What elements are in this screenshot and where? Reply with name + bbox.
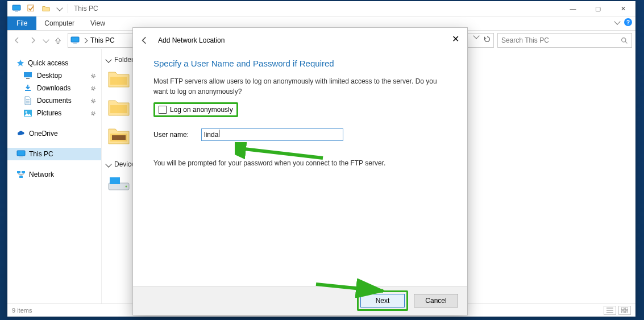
annotation-arrow (235, 142, 326, 165)
chevron-down-icon (105, 56, 111, 63)
search-box[interactable]: Search This PC (497, 33, 632, 48)
cancel-button[interactable]: Cancel (414, 294, 458, 307)
sidebar: Quick access Desktop ✲ Downloads ✲ Docum… (7, 49, 102, 304)
desktop-icon (23, 71, 32, 80)
wizard-heading: Specify a User Name and Password if Requ… (153, 59, 447, 68)
wizard-body-text-1: Most FTP servers allow users to log on a… (153, 76, 447, 97)
annotation-arrow (314, 279, 388, 298)
svg-point-5 (622, 38, 626, 41)
nav-back-button[interactable] (11, 34, 23, 47)
anonymous-checkbox[interactable] (159, 106, 167, 114)
wizard-close-button[interactable]: ✕ (447, 31, 464, 46)
pin-icon: ✲ (89, 71, 98, 80)
onedrive-icon (16, 129, 26, 138)
svg-rect-24 (621, 307, 624, 310)
svg-rect-12 (17, 151, 25, 156)
svg-rect-13 (19, 156, 23, 157)
wizard-titlebar: Add Network Location ✕ (133, 28, 467, 53)
username-input[interactable]: linda (201, 128, 343, 141)
svg-line-29 (316, 284, 383, 291)
titlebar: This PC — ▢ ✕ (7, 1, 635, 16)
wizard-back-button[interactable] (139, 35, 150, 46)
folder-icon (107, 97, 130, 118)
computer-tab[interactable]: Computer (36, 16, 82, 30)
chevron-down-icon (105, 161, 111, 167)
sidebar-item-downloads[interactable]: Downloads ✲ (7, 82, 101, 94)
drive-icon (107, 175, 130, 192)
window-title: This PC (74, 5, 98, 13)
qat-new-folder-icon[interactable] (41, 4, 51, 13)
svg-rect-1 (15, 11, 18, 12)
ribbon-expand-icon[interactable] (614, 18, 620, 24)
wizard-footer: Next Cancel (133, 286, 467, 315)
this-pc-icon (16, 149, 26, 159)
sidebar-onedrive[interactable]: OneDrive (7, 127, 101, 140)
search-icon (621, 37, 628, 44)
svg-point-23 (126, 186, 127, 188)
address-dropdown-icon[interactable] (473, 32, 479, 39)
svg-rect-14 (17, 171, 20, 173)
anonymous-checkbox-highlight: Log on anonymously (153, 102, 238, 117)
nav-history-dropdown[interactable] (43, 36, 49, 43)
address-pc-icon (70, 36, 80, 45)
svg-rect-16 (19, 176, 23, 178)
svg-rect-0 (13, 5, 20, 10)
svg-line-28 (239, 148, 323, 158)
documents-icon (23, 96, 32, 105)
qat-dropdown-icon[interactable] (56, 5, 63, 11)
svg-rect-25 (625, 307, 628, 310)
svg-rect-20 (112, 135, 126, 140)
qat-properties-icon[interactable] (27, 4, 36, 13)
svg-rect-17 (110, 77, 127, 85)
star-icon (16, 59, 24, 67)
file-tab[interactable]: File (7, 16, 36, 30)
view-tab[interactable]: View (82, 16, 113, 30)
view-details-button[interactable] (604, 306, 616, 315)
svg-rect-9 (25, 90, 31, 91)
sidebar-item-documents[interactable]: Documents ✲ (7, 94, 101, 107)
wizard-title-text: Add Network Location (158, 36, 225, 44)
svg-rect-7 (24, 72, 32, 77)
this-pc-icon (12, 4, 21, 13)
svg-line-6 (625, 41, 627, 43)
sidebar-this-pc[interactable]: This PC (7, 148, 101, 160)
close-button[interactable]: ✕ (610, 1, 635, 16)
username-label: User name: (153, 131, 189, 139)
folder-icon (107, 126, 130, 146)
status-count: 9 items (12, 307, 32, 314)
search-placeholder: Search This PC (501, 36, 549, 44)
svg-rect-26 (621, 311, 624, 313)
svg-rect-4 (73, 43, 77, 44)
sidebar-item-desktop[interactable]: Desktop ✲ (7, 69, 101, 82)
view-large-button[interactable] (618, 306, 631, 315)
nav-up-button[interactable] (52, 34, 64, 47)
anonymous-checkbox-label: Log on anonymously (170, 106, 233, 114)
pictures-icon (23, 109, 32, 118)
svg-rect-8 (26, 78, 30, 79)
breadcrumb-separator[interactable] (82, 38, 88, 43)
downloads-icon (23, 84, 32, 93)
sidebar-quick-access[interactable]: Quick access (7, 57, 101, 69)
sidebar-network[interactable]: Network (7, 168, 101, 181)
minimize-button[interactable]: — (560, 1, 585, 16)
svg-rect-27 (625, 311, 628, 313)
svg-rect-18 (110, 105, 127, 113)
folder-icon (107, 69, 130, 89)
pin-icon: ✲ (89, 96, 98, 105)
refresh-icon[interactable] (483, 35, 491, 43)
svg-rect-15 (22, 171, 25, 173)
sidebar-item-pictures[interactable]: Pictures ✲ (7, 107, 101, 119)
add-network-location-wizard: Add Network Location ✕ Specify a User Na… (132, 27, 468, 315)
network-icon (16, 170, 26, 179)
breadcrumb-this-pc[interactable]: This PC (90, 36, 115, 44)
caret (219, 130, 219, 137)
maximize-button[interactable]: ▢ (585, 1, 610, 16)
pin-icon: ✲ (89, 109, 98, 118)
nav-forward-button[interactable] (27, 34, 39, 47)
svg-rect-3 (71, 37, 79, 42)
help-icon[interactable]: ? (624, 18, 632, 26)
svg-rect-22 (110, 177, 120, 184)
svg-point-11 (26, 111, 27, 113)
pin-icon: ✲ (89, 84, 98, 93)
